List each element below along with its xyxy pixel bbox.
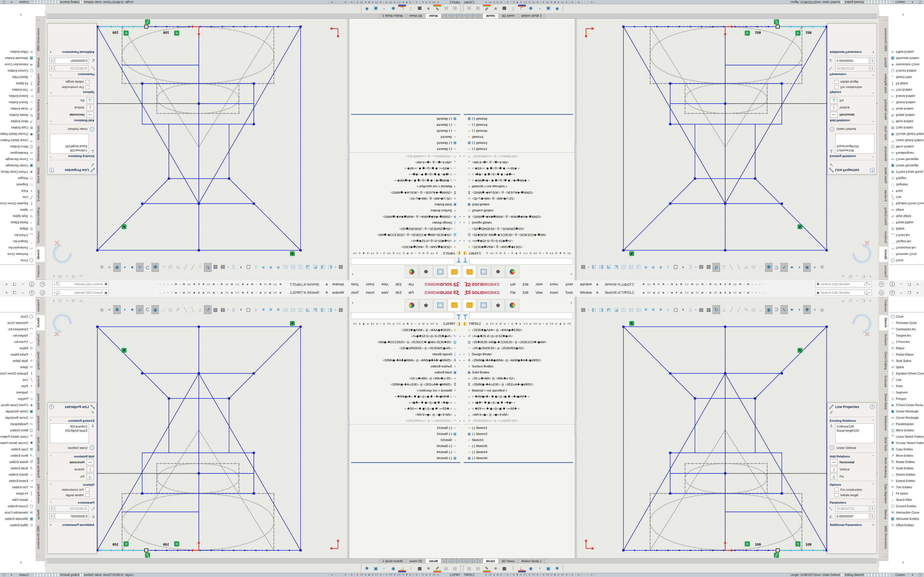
add-relation-row[interactable]: ⚓ Fix (48, 473, 97, 480)
quick-access-icon[interactable]: ◉ (202, 283, 205, 286)
quick-access-icon[interactable]: ◉ (259, 291, 262, 294)
document-tab[interactable]: 3D Views (406, 13, 425, 18)
sketch-tool-item[interactable]: ✱ Circular Sketch Pattern (0, 131, 35, 137)
tree-row[interactable]: ▸ A ○25ИИ◉◦✚А✚◉ИИА○ ◎ ○АИИ◉✚А✚◦◉ИИ52○ (462, 214, 575, 220)
quick-access-icon[interactable]: ○ (667, 291, 669, 294)
sketch-tool-item[interactable]: ⌒ Tangent Arc (0, 332, 35, 338)
tree-row[interactable]: ◔ ○25•◉25И3Ɛ25○ ◎ ○253ƐИ52◉•52○ (349, 345, 462, 351)
quick-access-icon[interactable]: ◉ (662, 291, 665, 294)
sketch-tool-item[interactable]: ◌ Perimeter Circle (889, 251, 924, 258)
minimize-button[interactable]: – (900, 282, 902, 287)
quick-access-icon[interactable]: ƆƆ (685, 291, 689, 294)
filter-input[interactable] (469, 258, 573, 264)
toolbar-icon[interactable]: ▦ (465, 565, 473, 572)
menu-item[interactable]: Insert (546, 291, 562, 295)
collapse-icon[interactable]: ⌃ (50, 155, 52, 158)
menu-item[interactable]: Insert (546, 282, 562, 286)
toolbar-icon[interactable]: ↧ (407, 5, 415, 13)
options-header[interactable]: Options ⌃ (827, 482, 876, 487)
tree-row[interactable]: ▱ ○ ✚ИИ◉•✚○ ✱ ◉○◎○◉ ✱ ○✚•◉ИИ✚ ○ (349, 177, 462, 184)
quick-access-icon[interactable]: Ш (264, 283, 267, 286)
document-tab[interactable]: 3D Views (499, 13, 518, 18)
add-relation-row[interactable]: — Horizontal (48, 111, 97, 118)
sketch-tool-item[interactable]: ▪ Point (0, 188, 35, 194)
sketch-tool-item[interactable]: ▣ Center Rectangle (889, 408, 924, 414)
sketch-tool-item[interactable]: ◌ Perimeter Circle (889, 319, 924, 326)
commandmanager-tab[interactable]: Markup (879, 507, 888, 522)
tree-row[interactable]: ▣ Solid Bodies (349, 369, 462, 376)
quick-access-icon[interactable]: Ш (657, 291, 660, 294)
quick-access-icon[interactable]: ◉ (680, 291, 683, 294)
sketch-tool-item[interactable]: ◫ Mirror Entities (889, 144, 924, 150)
quick-access-icon[interactable]: ✚ (675, 283, 678, 286)
sketch-tool-item[interactable]: ⊙ Ellipse (889, 226, 924, 232)
toolbar-icon[interactable]: ▦ (442, 565, 450, 572)
tab-displaymanager[interactable] (405, 266, 418, 278)
menu-item[interactable]: File (405, 291, 417, 295)
additional-parameters-header[interactable]: Additional Parameters ∨ (48, 50, 97, 55)
sketch-tool-item[interactable]: ∫ Fit Spline (889, 81, 924, 87)
help-icon[interactable]: ? (49, 168, 54, 172)
tab-configurationmanager[interactable]: ⊕ (419, 266, 433, 278)
expand-arrow-icon[interactable]: ▸ (462, 155, 467, 158)
filter-input[interactable] (351, 313, 455, 319)
expand-arrow-icon[interactable]: ▸ (457, 353, 462, 356)
sketch-tool-item[interactable]: ∫ Fit Spline (889, 490, 924, 496)
quick-access-icon[interactable]: ○ (759, 283, 761, 286)
tree-row[interactable]: Σ ○25ИИ◉◦✚А∪Ƨ3Ɛ○ ◎ ○3ƐƧ∪А✚◦◉ИИ52○ (349, 381, 462, 387)
commandmanager-tab[interactable]: Features (879, 263, 888, 280)
angle-spinner[interactable]: ▲▼ (49, 513, 54, 519)
status-unit-system[interactable]: Custom (895, 0, 905, 3)
toolbar-icon[interactable]: ◔ (536, 565, 543, 572)
sketch-tool-item[interactable]: ▣ Center Rectangle (0, 163, 35, 169)
relation-item[interactable]: Equal length109 (52, 429, 87, 433)
relation-item[interactable]: Collinear108 (52, 148, 87, 153)
commandmanager-tab[interactable]: Sheet Metal (36, 164, 45, 186)
expand-arrow-icon[interactable]: ▸ (457, 419, 462, 422)
menu-item[interactable]: Edit (519, 291, 532, 295)
quick-access-icon[interactable]: • (167, 283, 168, 286)
add-relation-row[interactable]: | Vertical (827, 104, 876, 111)
collapse-icon[interactable]: ⌃ (872, 91, 874, 94)
commandmanager-tab[interactable]: MBD Dimensions (879, 523, 888, 552)
quick-access-icon[interactable]: ✚ (246, 291, 249, 294)
quick-access-icon[interactable]: ◉ (701, 291, 704, 294)
sketch-tool-item[interactable]: ↗ Move Entities (889, 452, 924, 459)
collapse-chevron-icon[interactable]: ∨ (902, 561, 904, 564)
tab-scroll-last[interactable]: ▶| (478, 13, 483, 18)
document-tab[interactable]: Motion Study 1 (379, 559, 406, 564)
sketch-tool-item[interactable]: ⊙ Ellipse (889, 345, 924, 351)
relation-button-icon[interactable]: | (87, 105, 94, 111)
add-relation-row[interactable]: — Horizontal (48, 459, 97, 466)
sketch-tool-item[interactable]: ◠ Centerpoint Arc (0, 326, 35, 332)
graphics-area[interactable]: ▭ ❒ – ❒ × ▤▾◧◨◩◪◫◰◱■■■↓▢◖▯▾▤▨↻⊥╱╱✎◎∟◉Ɔ∿●… (577, 297, 877, 558)
search-input[interactable]: Search CAD Models (61, 283, 103, 286)
length-field[interactable]: 10.88152731 (55, 65, 89, 71)
tree-row-sketch[interactable]: ⌐ (-) Sketch1 (349, 425, 462, 431)
tree-row-sketch[interactable]: ▦ (-) Sketch6 (462, 116, 575, 122)
quick-access-icon[interactable]: ◉ (193, 283, 195, 286)
sketch-tool-item[interactable]: ◔ Partial Ellipse (889, 219, 924, 226)
sketch-tool-item[interactable]: ↻ Rotate Entities (889, 112, 924, 118)
ok-button[interactable]: ✓ (48, 410, 97, 416)
collapse-icon[interactable]: ⌃ (50, 91, 52, 94)
search-icon[interactable] (57, 283, 60, 286)
account-icon[interactable]: ☺ (879, 282, 884, 287)
parameters-header[interactable]: Parameters ⌃ (827, 72, 876, 77)
sketch-tool-item[interactable]: ▢ Convert Entities (889, 503, 924, 509)
tree-row[interactable]: ⌞ ○ИИ◦9◦•◉○ ◎ ○◉•◦9◦ИИ○ (349, 160, 462, 165)
search-icon[interactable] (864, 291, 867, 294)
status-unit-system[interactable]: Custom (895, 574, 905, 577)
tree-row[interactable]: ▣ Solid Bodies (462, 369, 575, 376)
sketch-tool-item[interactable]: ▣ Center Rectangle (889, 163, 924, 169)
expand-arrow-icon[interactable]: ▸ (462, 335, 467, 337)
quick-access-icon[interactable]: ◉ (220, 283, 223, 286)
sketch-tool-item[interactable]: ƒ Equation Driven Curve (0, 370, 35, 376)
sketch-tool-item[interactable]: ◯ Circle (0, 258, 35, 264)
collapse-icon[interactable]: ⌃ (50, 419, 52, 422)
pin-icon[interactable]: ✱ (596, 282, 599, 286)
minimize-button[interactable]: – (900, 291, 902, 295)
collapse-icon[interactable]: ⌃ (50, 73, 52, 76)
collapse-icon[interactable]: ⌃ (872, 483, 874, 486)
sketch-tool-item[interactable]: ◯ Circle (889, 313, 924, 319)
